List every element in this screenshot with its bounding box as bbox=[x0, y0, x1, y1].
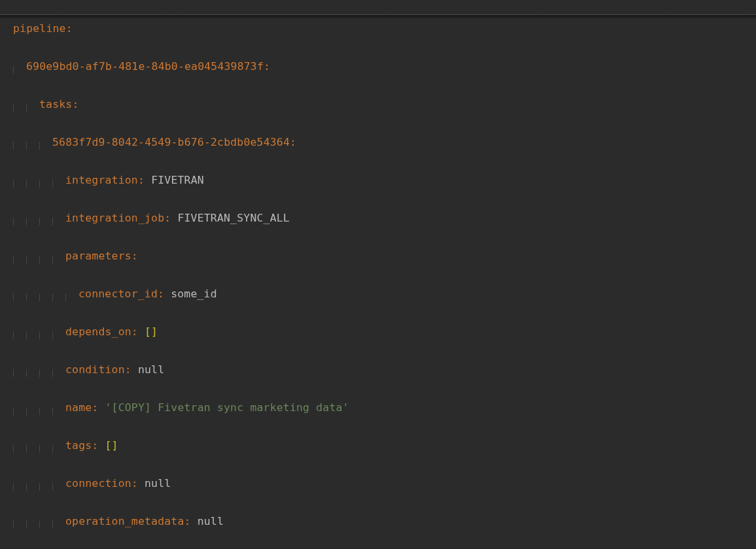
yaml-key: depends_on bbox=[65, 325, 131, 338]
yaml-value: [] bbox=[145, 325, 158, 338]
colon: : bbox=[290, 136, 296, 148]
yaml-key: name bbox=[65, 401, 92, 414]
colon: : bbox=[92, 401, 98, 414]
code-line[interactable]: tags: [] bbox=[13, 436, 756, 455]
code-line[interactable]: depends_on: [] bbox=[13, 322, 756, 341]
colon: : bbox=[92, 439, 98, 452]
yaml-key: parameters bbox=[65, 250, 131, 262]
yaml-key: pipeline bbox=[13, 22, 66, 35]
colon: : bbox=[264, 60, 270, 73]
code-line[interactable]: parameters: bbox=[13, 246, 756, 265]
yaml-key: connection bbox=[65, 477, 131, 490]
code-line[interactable]: 690e9bd0-af7b-481e-84b0-ea045439873f: bbox=[13, 57, 756, 76]
yaml-value: FIVETRAN bbox=[151, 174, 204, 186]
colon: : bbox=[131, 325, 138, 338]
yaml-key: connector_id bbox=[78, 288, 158, 300]
code-line[interactable]: name: '[COPY] Fivetran sync marketing da… bbox=[13, 398, 756, 417]
colon: : bbox=[138, 174, 145, 186]
code-line[interactable]: connector_id: some_id bbox=[13, 284, 756, 303]
code-editor[interactable]: pipeline: 690e9bd0-af7b-481e-84b0-ea0454… bbox=[0, 0, 756, 549]
colon: : bbox=[125, 363, 131, 376]
colon: : bbox=[131, 477, 138, 490]
yaml-value: [] bbox=[105, 439, 118, 452]
code-line[interactable]: tasks: bbox=[13, 95, 756, 114]
code-line[interactable]: 5683f7d9-8042-4549-b676-2cbdb0e54364: bbox=[13, 133, 756, 152]
colon: : bbox=[72, 98, 78, 110]
yaml-key: tags bbox=[65, 439, 92, 452]
yaml-value: null bbox=[138, 363, 164, 376]
yaml-string: '[COPY] Fivetran sync marketing data' bbox=[105, 401, 349, 414]
yaml-value: some_id bbox=[171, 288, 217, 300]
yaml-key: integration bbox=[65, 174, 138, 186]
yaml-value: null bbox=[198, 515, 224, 527]
code-line[interactable]: pipeline: bbox=[13, 19, 756, 38]
colon: : bbox=[158, 288, 164, 300]
code-line[interactable]: integration_job: FIVETRAN_SYNC_ALL bbox=[13, 208, 756, 227]
yaml-key: operation_metadata bbox=[65, 515, 184, 527]
yaml-key: 5683f7d9-8042-4549-b676-2cbdb0e54364 bbox=[52, 136, 290, 148]
yaml-key: integration_job bbox=[65, 212, 164, 224]
code-content[interactable]: pipeline: 690e9bd0-af7b-481e-84b0-ea0454… bbox=[0, 0, 756, 549]
colon: : bbox=[66, 22, 73, 35]
colon: : bbox=[184, 515, 191, 527]
yaml-key: condition bbox=[65, 363, 125, 376]
yaml-key: tasks bbox=[39, 98, 72, 110]
yaml-key: 690e9bd0-af7b-481e-84b0-ea045439873f bbox=[26, 60, 264, 73]
code-line[interactable]: integration: FIVETRAN bbox=[13, 171, 756, 190]
colon: : bbox=[164, 212, 171, 224]
yaml-value: null bbox=[145, 477, 171, 490]
code-line[interactable]: operation_metadata: null bbox=[13, 512, 756, 531]
code-line[interactable]: condition: null bbox=[13, 360, 756, 379]
colon: : bbox=[131, 250, 138, 262]
yaml-value: FIVETRAN_SYNC_ALL bbox=[177, 212, 289, 224]
code-line[interactable]: connection: null bbox=[13, 474, 756, 493]
